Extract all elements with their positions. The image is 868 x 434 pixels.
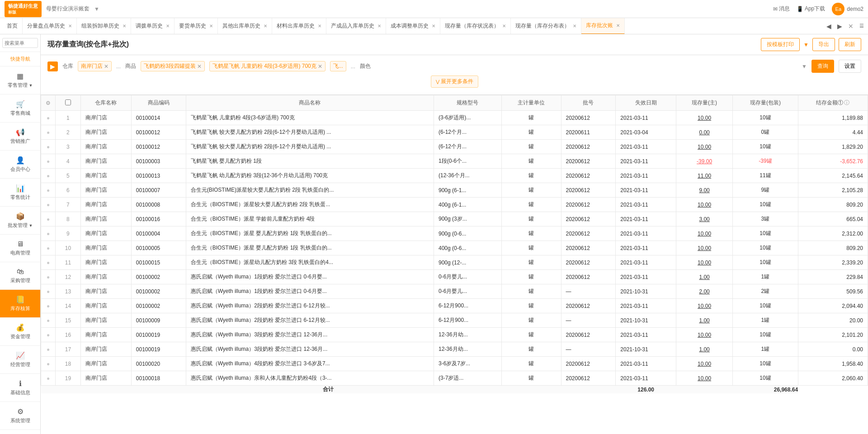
row-code: 00100019	[131, 342, 186, 357]
export-button[interactable]: 导出	[812, 38, 835, 51]
row-expire: 2021-03-11	[616, 241, 676, 255]
tab-item-1[interactable]: 分量盘点单历史✕	[23, 18, 77, 34]
table-row: ● 17 南岸门店 00100019 惠氏启赋（Wyeth illuma）3段奶…	[41, 342, 868, 357]
sidebar-item-基础信息[interactable]: ℹ 基础信息	[0, 374, 40, 402]
tab-label: 成本调整单历史	[391, 22, 429, 30]
tab-item-11[interactable]: 库存批次账✕	[581, 18, 625, 34]
footer-empty	[676, 386, 733, 394]
row-spec: 0-6月婴儿...	[434, 284, 502, 299]
tab-item-4[interactable]: 要货单历史✕	[175, 18, 218, 34]
row-num: 2	[56, 125, 81, 140]
tab-close-btn[interactable]: ✕	[432, 24, 435, 28]
tab-close-btn[interactable]: ✕	[502, 24, 506, 28]
tab-item-5[interactable]: 其他出库单历史✕	[218, 18, 272, 34]
refresh-button[interactable]: 刷新	[839, 38, 861, 51]
row-pkg: 10罐	[733, 226, 798, 241]
tab-close-btn[interactable]: ✕	[318, 24, 321, 28]
row-num: 7	[56, 198, 81, 212]
table-row: ● 9 南岸门店 00100004 合生元（BIOSTIME）派星 婴儿配方奶粉…	[41, 226, 868, 241]
tab-close-btn[interactable]: ✕	[377, 24, 381, 28]
tab-label: 现存量（库存分布表）	[515, 22, 570, 30]
sidebar-item-会员中心[interactable]: 👤 会员中心	[0, 151, 40, 179]
tab-item-7[interactable]: 产成品入库单历史✕	[326, 18, 386, 34]
row-settings: ●	[41, 342, 56, 357]
row-batch: —	[561, 284, 616, 299]
app-download-link[interactable]: 📱 App下载	[797, 5, 825, 13]
settings-column[interactable]: ⚙	[41, 95, 56, 111]
tab-prev-icon[interactable]: ◀	[825, 22, 833, 31]
sidebar-item-采购管理[interactable]: 🛍 采购管理	[0, 262, 40, 290]
info-icon[interactable]: ⓘ	[844, 99, 849, 106]
row-num: 9	[56, 226, 81, 241]
tab-close-btn[interactable]: ✕	[123, 24, 126, 28]
sidebar-icon-3: 👤	[2, 156, 38, 165]
tab-close-btn[interactable]: ✕	[68, 24, 72, 28]
tab-close-btn[interactable]: ✕	[264, 24, 267, 28]
tab-label: 调拨单历史	[136, 22, 163, 30]
tab-close-btn[interactable]: ✕	[573, 24, 576, 28]
tab-label: 组装拆卸单历史	[81, 22, 119, 30]
tab-item-8[interactable]: 成本调整单历史✕	[386, 18, 440, 34]
sidebar-item-零售商城[interactable]: 🛒 零售商城	[0, 94, 40, 123]
sidebar-item-批发管理[interactable]: 📦 批发管理 ▼	[0, 207, 40, 235]
row-code: 00100002	[131, 284, 186, 299]
expand-conditions-btn[interactable]: ⋁ 展开更多条件	[431, 75, 478, 88]
remove-warehouse-tag[interactable]: ✕	[104, 63, 108, 70]
row-spec: 900g (3岁...	[434, 212, 502, 226]
row-spec: 900g (12-...	[434, 255, 502, 270]
user-avatar[interactable]: Ea demo2	[832, 3, 863, 15]
color-dropdown-arrow[interactable]: ▼	[802, 63, 807, 70]
dropdown-arrow-icon[interactable]: ▼	[803, 42, 809, 48]
sidebar-item-零售管理[interactable]: ▦ 零售管理 ▼	[0, 66, 40, 94]
tab-close-btn[interactable]: ✕	[616, 23, 620, 28]
tab-item-9[interactable]: 现存量（库存状况表）✕	[440, 18, 511, 34]
tab-item-10[interactable]: 现存量（库存分布表）✕	[511, 18, 581, 34]
remove-product-tag1[interactable]: ✕	[197, 63, 202, 70]
tab-close-btn[interactable]: ✕	[166, 24, 170, 28]
row-num: 12	[56, 270, 81, 284]
tab-next-icon[interactable]: ▶	[835, 22, 844, 31]
row-expire: 2021-03-11	[616, 198, 676, 212]
more-products[interactable]: ...	[351, 63, 355, 70]
sidebar-item-资金管理[interactable]: 💰 资金管理	[0, 318, 40, 346]
row-unit: 罐	[501, 212, 561, 226]
row-name: 飞鹤星飞帆 儿童奶粉 4段(3-6岁适用) 700克	[186, 111, 434, 125]
filter-expand-arrow[interactable]: ▶	[47, 61, 58, 71]
sidebar-item-企业协同[interactable]: 🤝 企业协同	[0, 430, 40, 434]
sidebar-item-库存核算[interactable]: 📒 库存核算	[0, 290, 40, 318]
row-name: 合生元（BIOSTIME）派星较大婴儿配方奶粉 2段 乳铁蛋...	[186, 198, 434, 212]
search-button[interactable]: 查询	[811, 60, 834, 73]
settings-button[interactable]: 设置	[839, 60, 861, 73]
sidebar-item-营销推广[interactable]: 📢 营销推广	[0, 123, 40, 151]
print-button[interactable]: 按模板打印	[761, 38, 800, 51]
sidebar-item-电商管理[interactable]: 🖥 电商管理	[0, 235, 40, 262]
color-filter-label: 颜色	[360, 62, 371, 70]
sidebar-item-经营管理[interactable]: 📈 经营管理	[0, 346, 40, 374]
more-warehouses[interactable]: ...	[116, 63, 121, 70]
sidebar-item-系统管理[interactable]: ⚙ 系统管理	[0, 402, 40, 430]
tab-close-icon[interactable]: ✕	[846, 22, 855, 31]
tab-item-3[interactable]: 调拨单历史✕	[131, 18, 175, 34]
row-icon: ●	[47, 259, 50, 266]
search-input[interactable]	[2, 38, 38, 48]
table-wrapper: ⚙仓库名称商品编码商品名称规格型号主计量单位批号失效日期现存量(主)现存量(包装…	[41, 95, 868, 434]
gear-icon[interactable]: ⚙	[46, 100, 51, 106]
sidebar-item-零售统计[interactable]: 📊 零售统计	[0, 179, 40, 207]
row-name: 合生元（BIOSTIME）派星 婴儿配方奶粉 1段 乳铁蛋白的...	[186, 226, 434, 241]
row-batch: 20200612	[561, 140, 616, 154]
row-qty: 10.00	[676, 111, 733, 125]
tab-menu-icon[interactable]: ☰	[858, 22, 866, 30]
tab-close-btn[interactable]: ✕	[209, 24, 213, 28]
remove-product-tag2[interactable]: ✕	[318, 63, 322, 70]
dropdown-arrow-icon[interactable]: ▼	[94, 6, 99, 12]
username: demo2	[847, 6, 863, 12]
row-pkg: 2罐	[733, 284, 798, 299]
tab-item-0[interactable]: 首页	[2, 18, 23, 34]
row-amount: 809.20	[798, 198, 868, 212]
quick-nav[interactable]: 快捷导航	[0, 52, 40, 66]
tab-item-6[interactable]: 材料出库单历史✕	[272, 18, 326, 34]
message-link[interactable]: ✉ 消息	[773, 5, 790, 13]
sidebar-icon-7: 🛍	[2, 268, 38, 276]
select-all-checkbox[interactable]	[65, 99, 71, 105]
tab-item-2[interactable]: 组装拆卸单历史✕	[77, 18, 131, 34]
